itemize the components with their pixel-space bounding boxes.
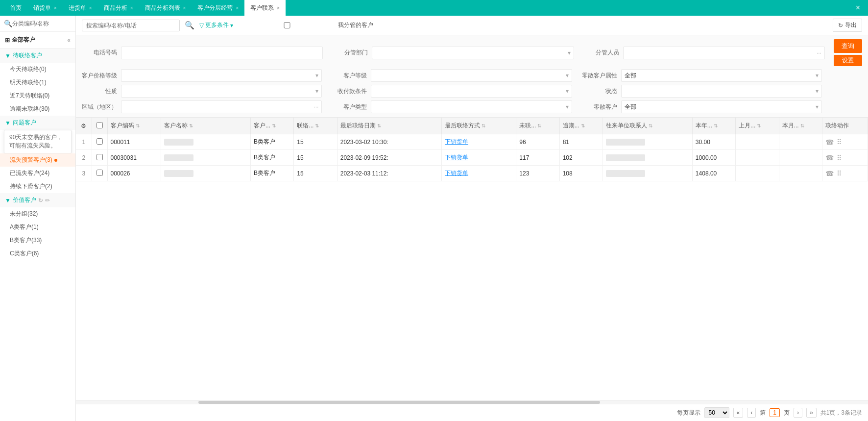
filter-select-nature[interactable]: ▾	[121, 85, 322, 98]
nav-customer-segment[interactable]: 客户分层经营 ×	[192, 0, 244, 16]
nav-product-analysis[interactable]: 商品分析 ×	[98, 0, 139, 16]
settings-icon[interactable]: ⚙	[81, 123, 86, 129]
cell-last-method-2[interactable]: 下销货单	[441, 166, 516, 181]
nav-product-analysis-list[interactable]: 商品分析列表 ×	[139, 0, 192, 16]
sidebar-group-pending[interactable]: ▼ 待联络客户	[0, 49, 75, 63]
sidebar-item-overdue-pending[interactable]: 逾期未联络(30)	[0, 102, 75, 116]
filter-select-region[interactable]: ···	[121, 100, 322, 113]
action-more-icon-2[interactable]: ⠿	[837, 170, 842, 177]
sidebar-item-unclassified[interactable]: 未分组(32)	[0, 207, 75, 221]
sidebar-item-c-class[interactable]: C类客户(6)	[0, 247, 75, 260]
filter-select-retail-attr[interactable]: 全部▾	[621, 69, 822, 82]
sidebar-item-churned[interactable]: 已流失客户(24)	[0, 167, 75, 180]
cell-checkbox-1[interactable]	[92, 150, 107, 166]
filter-select-price-level[interactable]: ▾	[121, 69, 322, 82]
cell-code-0: 000011	[107, 134, 161, 150]
filter-field-customer-type: 客户类型 ▾	[332, 100, 572, 113]
prev-page-button[interactable]: ‹	[747, 408, 756, 418]
th-action: 联络动作	[822, 118, 868, 134]
filter-select-status[interactable]: ▾	[621, 85, 822, 98]
nav-home[interactable]: 首页	[4, 0, 27, 16]
sidebar-collapse-icon[interactable]: «	[67, 37, 71, 44]
query-button[interactable]: 查询	[834, 39, 862, 53]
cell-this-year-0: 30.00	[692, 134, 735, 150]
sidebar-item-declining[interactable]: 持续下滑客户(2)	[0, 180, 75, 193]
page-size-select[interactable]: 50 20 100	[704, 407, 729, 418]
th-this-month[interactable]: 本月...⇅	[779, 118, 822, 134]
th-type[interactable]: 客户...⇅	[250, 118, 293, 134]
window-close-icon[interactable]: ×	[852, 3, 864, 12]
sort-icon-last-month: ⇅	[757, 123, 761, 128]
row-checkbox-1[interactable]	[96, 154, 103, 160]
action-more-icon-0[interactable]: ⠿	[837, 138, 842, 146]
th-uncontact[interactable]: 未联...⇅	[516, 118, 559, 134]
close-sales-order-icon[interactable]: ×	[54, 5, 57, 11]
my-customers-checkbox-label[interactable]: 我分管的客户	[238, 21, 373, 29]
row-checkbox-2[interactable]	[96, 170, 103, 176]
th-overdue[interactable]: 逾期...⇅	[559, 118, 603, 134]
sort-icon-last-method: ⇅	[482, 123, 485, 128]
close-product-analysis-icon[interactable]: ×	[130, 5, 133, 11]
last-page-button[interactable]: »	[806, 408, 817, 418]
sidebar-group-problem[interactable]: ▼ 问题客户	[0, 116, 75, 130]
nav-customer-contact[interactable]: 客户联系 ×	[244, 0, 286, 16]
th-last-month[interactable]: 上月...⇅	[736, 118, 779, 134]
close-product-analysis-list-icon[interactable]: ×	[183, 5, 186, 11]
action-contact-icon-1[interactable]: ☎	[825, 154, 834, 162]
setting-button[interactable]: 设置	[834, 55, 862, 66]
th-this-year[interactable]: 本年...⇅	[692, 118, 735, 134]
cell-checkbox-0[interactable]	[92, 134, 107, 150]
select-all-checkbox[interactable]	[96, 122, 103, 128]
nav-sales-order[interactable]: 销货单 ×	[27, 0, 63, 16]
data-table-wrapper: ⚙ 客户编码⇅ 客户名称⇅ 客户...⇅	[76, 118, 868, 400]
more-conditions-button[interactable]: ▽ 更多条件 ▾	[199, 21, 233, 29]
next-page-button[interactable]: ›	[794, 408, 802, 418]
filter-select-payment[interactable]: ▾	[371, 85, 572, 98]
scrollbar-thumb[interactable]	[198, 401, 600, 404]
horizontal-scrollbar[interactable]	[76, 400, 868, 404]
sidebar-group-value[interactable]: ▼ 价值客户 ↻ ✏	[0, 193, 75, 207]
filter-select-retail-customer[interactable]: 全部▾	[621, 100, 822, 113]
edit-icon[interactable]: ✏	[45, 197, 50, 204]
search-input[interactable]	[82, 20, 180, 31]
close-customer-contact-icon[interactable]: ×	[277, 5, 280, 11]
action-contact-icon-0[interactable]: ☎	[825, 138, 834, 146]
cell-last-method-1[interactable]: 下销货单	[441, 150, 516, 166]
my-customers-checkbox[interactable]	[238, 22, 336, 28]
sidebar-item-today-pending[interactable]: 今天待联络(0)	[0, 63, 75, 76]
th-contact[interactable]: 联络...⇅	[294, 118, 337, 134]
sidebar-item-churn-warning[interactable]: 流失预警客户(3)	[0, 153, 75, 167]
cell-last-method-0[interactable]: 下销货单	[441, 134, 516, 150]
action-more-icon-1[interactable]: ⠿	[837, 154, 842, 162]
sidebar-item-b-class[interactable]: B类客户(33)	[0, 234, 75, 247]
first-page-button[interactable]: «	[733, 408, 744, 418]
refresh-icon[interactable]: ↻	[38, 197, 43, 204]
th-last-date[interactable]: 最后联络日期⇅	[337, 118, 441, 134]
sidebar-item-tomorrow-pending[interactable]: 明天待联络(1)	[0, 76, 75, 89]
th-last-method[interactable]: 最后联络方式⇅	[441, 118, 516, 134]
th-name[interactable]: 客户名称⇅	[161, 118, 251, 134]
filter-select-dept[interactable]: ▾	[372, 47, 574, 59]
export-button[interactable]: ↻ 导出	[833, 19, 862, 32]
sidebar-search-input[interactable]	[12, 20, 76, 27]
filter-input-phone[interactable]	[121, 47, 323, 59]
sidebar-item-a-class[interactable]: A类客户(1)	[0, 221, 75, 234]
th-settings[interactable]: ⚙	[76, 118, 92, 134]
row-checkbox-0[interactable]	[96, 138, 103, 145]
nav-purchase-order[interactable]: 进货单 ×	[63, 0, 98, 16]
th-contact-person[interactable]: 往来单位联系人⇅	[603, 118, 693, 134]
sidebar: 🔍 ⊞ 全部客户 « ▼ 待联络客户 今天待联络(0) 明天待联络(1) 近7天…	[0, 16, 76, 421]
sort-icon-type: ⇅	[272, 123, 276, 128]
filter-select-manager[interactable]: ···	[623, 47, 825, 59]
search-button[interactable]: 🔍	[185, 21, 194, 30]
filter-select-customer-level[interactable]: ▾	[371, 69, 572, 82]
action-contact-icon-2[interactable]: ☎	[825, 170, 834, 177]
sidebar-all-customers[interactable]: ⊞ 全部客户 «	[0, 32, 75, 49]
sidebar-item-7day-pending[interactable]: 近7天待联络(0)	[0, 89, 75, 102]
close-purchase-order-icon[interactable]: ×	[89, 5, 92, 11]
cell-checkbox-2[interactable]	[92, 166, 107, 181]
th-code[interactable]: 客户编码⇅	[107, 118, 161, 134]
close-customer-segment-icon[interactable]: ×	[236, 5, 239, 11]
th-checkbox[interactable]	[92, 118, 107, 134]
filter-select-customer-type[interactable]: ▾	[371, 100, 572, 113]
